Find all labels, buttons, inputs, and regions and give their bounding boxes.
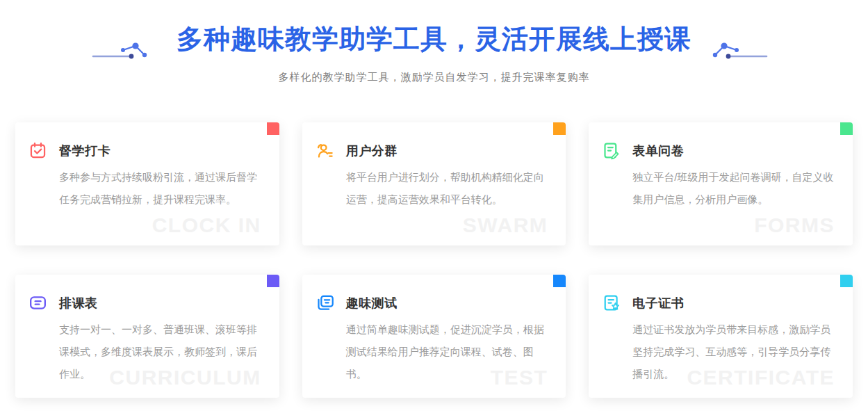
- card-description: 独立平台/班级用于发起问卷调研，自定义收集用户信息，分析用户画像。: [632, 166, 837, 211]
- card-title: 趣味测试: [346, 295, 398, 312]
- calendar-check-icon: [28, 141, 47, 160]
- card-watermark: CLOCK IN: [152, 213, 261, 237]
- user-group-icon: [316, 141, 334, 160]
- line-chart-decoration-right: [702, 35, 768, 64]
- page-subtitle: 多样化的教学助学工具，激励学员自发学习，提升完课率复购率: [0, 71, 868, 83]
- accent-corner-square: [840, 122, 853, 135]
- quiz-stack-icon: [316, 293, 334, 312]
- feature-card-clock-in: 督学打卡 多种参与方式持续吸粉引流，通过课后督学任务完成营销拉新，提升课程完课率…: [15, 122, 279, 245]
- accent-corner-square: [267, 275, 279, 287]
- section-header: 多种趣味教学助学工具，灵活开展线上授课 多样化的教学助学工具，激励学员自发学习，…: [0, 0, 868, 83]
- feature-card-grid: 督学打卡 多种参与方式持续吸粉引流，通过课后督学任务完成营销拉新，提升课程完课率…: [0, 122, 868, 398]
- accent-corner-square: [553, 122, 566, 135]
- card-description: 支持一对一、一对多、普通班课、滚班等排课模式，多维度课表展示，教师签到，课后作业…: [59, 318, 264, 385]
- accent-corner-square: [553, 275, 566, 287]
- feature-card-certificate: 电子证书 通过证书发放为学员带来目标感，激励学员坚持完成学习、互动感等，引导学员…: [589, 275, 853, 398]
- feature-card-curriculum: 排课表 支持一对一、一对多、普通班课、滚班等排课模式，多维度课表展示，教师签到，…: [15, 275, 279, 398]
- card-title: 电子证书: [632, 295, 684, 312]
- feature-card-forms: 表单问卷 独立平台/班级用于发起问卷调研，自定义收集用户信息，分析用户画像。 F…: [589, 122, 853, 245]
- card-watermark: FORMS: [754, 213, 835, 237]
- card-title: 用户分群: [346, 143, 398, 159]
- accent-corner-square: [840, 275, 853, 287]
- card-title: 排课表: [59, 295, 98, 312]
- card-title: 表单问卷: [632, 143, 684, 159]
- schedule-icon: [28, 293, 47, 312]
- accent-corner-square: [267, 122, 279, 135]
- card-description: 通过简单趣味测试题，促进沉淀学员，根据测试结果给用户推荐定向课程、试卷、图书。: [346, 318, 551, 385]
- card-description: 多种参与方式持续吸粉引流，通过课后督学任务完成营销拉新，提升课程完课率。: [59, 166, 264, 211]
- feature-card-test: 趣味测试 通过简单趣味测试题，促进沉淀学员，根据测试结果给用户推荐定向课程、试卷…: [302, 275, 566, 398]
- card-watermark: SWARM: [463, 213, 548, 237]
- line-chart-decoration-left: [92, 35, 158, 64]
- card-title: 督学打卡: [59, 143, 110, 159]
- form-edit-icon: [602, 141, 621, 160]
- feature-card-swarm: 用户分群 将平台用户进行划分，帮助机构精细化定向运营，提高运营效果和平台转化。 …: [302, 122, 566, 245]
- card-description: 通过证书发放为学员带来目标感，激励学员坚持完成学习、互动感等，引导学员分享传播引…: [632, 318, 837, 385]
- card-description: 将平台用户进行划分，帮助机构精细化定向运营，提高运营效果和平台转化。: [346, 166, 551, 211]
- certificate-icon: [602, 293, 621, 312]
